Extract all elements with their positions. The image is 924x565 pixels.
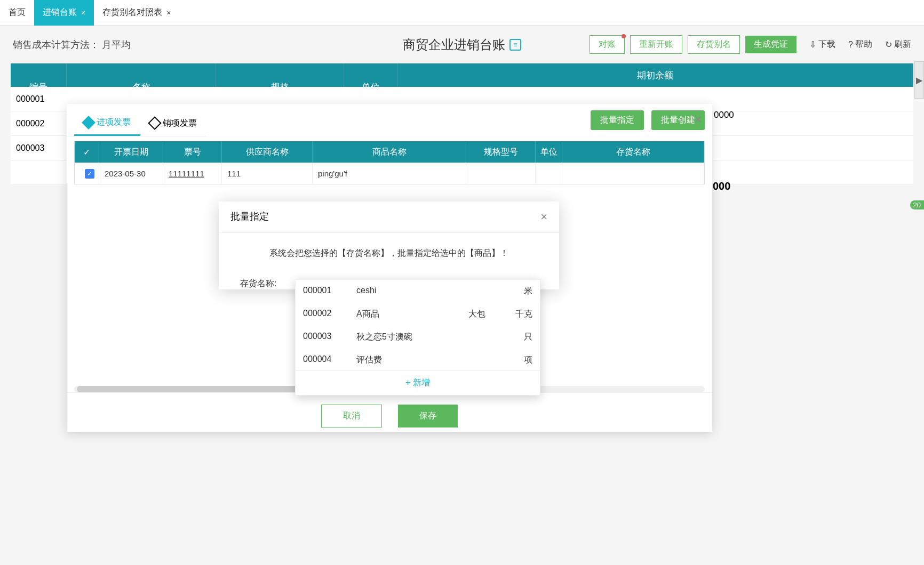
- count-badge: 20: [910, 200, 924, 209]
- reconcile-button[interactable]: 对账: [590, 35, 625, 54]
- dropdown-item[interactable]: 000004 评估费 项: [296, 349, 540, 370]
- tab-home[interactable]: 首页: [0, 0, 34, 26]
- batch-assign-button[interactable]: 批量指定: [591, 110, 644, 130]
- batch-assign-modal: 批量指定 × 系统会把您选择的【存货名称】，批量指定给选中的【商品】！ 存货名称…: [219, 201, 559, 289]
- document-icon[interactable]: ≡: [509, 39, 521, 51]
- tab-alias[interactable]: 存货别名对照表 ×: [94, 0, 179, 26]
- th-date: 开票日期: [99, 141, 163, 163]
- download-link[interactable]: ⇩下载: [809, 39, 835, 50]
- dropdown-add-new[interactable]: + 新增: [296, 370, 540, 395]
- th-name: 名称: [67, 63, 216, 110]
- cell-inventory[interactable]: [562, 163, 704, 184]
- th-opening-balance: 期初余额: [397, 63, 913, 87]
- total-amount-value: 000: [713, 180, 730, 192]
- tab-alias-close-icon[interactable]: ×: [166, 9, 171, 17]
- cell-supplier: 111: [222, 163, 313, 184]
- modal-title: 批量指定: [230, 210, 269, 224]
- cell-date: 2023-05-30: [99, 163, 163, 184]
- th-spec: 规格型号: [466, 141, 536, 163]
- cell-unit: [536, 163, 562, 184]
- toolbar: 销售成本计算方法： 月平均 商贸企业进销台账 ≡ 对账 重新开账 存货别名 生成…: [0, 26, 924, 63]
- th-unit: 单位: [344, 63, 397, 110]
- th-supplier: 供应商名称: [222, 141, 313, 163]
- th-unit: 单位: [536, 141, 562, 163]
- ticket-link[interactable]: 11111111: [169, 169, 204, 178]
- row1-trailing-value: 0000: [714, 110, 734, 120]
- generate-voucher-button[interactable]: 生成凭证: [745, 36, 796, 53]
- save-button[interactable]: 保存: [398, 405, 458, 427]
- invoice-table: ✓ 开票日期 票号 供应商名称 商品名称 规格型号 单位 存货名称 ✓ 2023…: [74, 141, 705, 184]
- refresh-link[interactable]: ↻刷新: [885, 39, 911, 50]
- th-ticket: 票号: [163, 141, 222, 163]
- tab-alias-label: 存货别名对照表: [102, 7, 162, 18]
- reopen-button[interactable]: 重新开账: [630, 35, 682, 54]
- horizontal-scroll-handle[interactable]: ▶: [914, 61, 924, 99]
- help-icon: ?: [848, 40, 853, 50]
- page-title-text: 商贸企业进销台账: [403, 36, 505, 53]
- row-checkbox[interactable]: ✓: [85, 169, 94, 179]
- help-link[interactable]: ?帮助: [848, 39, 872, 50]
- tab-ledger-close-icon[interactable]: ×: [81, 9, 85, 17]
- th-spec: 规格: [216, 63, 344, 110]
- panel-close-icon[interactable]: ×: [694, 112, 702, 127]
- invoice-row[interactable]: ✓ 2023-05-30 11111111 111 ping'gu'f: [75, 163, 704, 184]
- dropdown-item[interactable]: 000001 ceshi 米: [296, 280, 540, 303]
- modal-close-icon[interactable]: ×: [540, 210, 547, 224]
- page-title: 商贸企业进销台账 ≡: [403, 36, 521, 53]
- top-tab-bar: 首页 进销台账 × 存货别名对照表 ×: [0, 0, 924, 26]
- inventory-dropdown: 000001 ceshi 米 000002 A商品 大包 千克 000003 秋…: [295, 279, 540, 396]
- dropdown-list[interactable]: 000001 ceshi 米 000002 A商品 大包 千克 000003 秋…: [296, 280, 540, 370]
- th-qty2: 数量: [784, 87, 913, 110]
- tab-ledger[interactable]: 进销台账 ×: [34, 0, 94, 26]
- cost-method-label: 销售成本计算方法： 月平均: [13, 38, 131, 51]
- dropdown-item[interactable]: 000002 A商品 大包 千克: [296, 303, 540, 326]
- cube-icon: [148, 116, 161, 130]
- inventory-alias-button[interactable]: 存货别名: [688, 35, 740, 54]
- tab-outgoing-invoice[interactable]: 销项发票: [140, 110, 206, 136]
- refresh-icon: ↻: [885, 39, 892, 50]
- cube-icon: [82, 116, 95, 129]
- download-icon: ⇩: [809, 39, 816, 50]
- tab-incoming-invoice[interactable]: 进项发票: [74, 110, 140, 136]
- dropdown-item[interactable]: 000003 秋之恋5寸澳碗 只: [296, 326, 540, 349]
- tab-ledger-label: 进销台账: [43, 7, 77, 18]
- th-product: 商品名称: [313, 141, 466, 163]
- modal-message: 系统会把您选择的【存货名称】，批量指定给选中的【商品】！: [240, 248, 538, 259]
- cancel-button[interactable]: 取消: [321, 405, 382, 427]
- th-inventory: 存货名称: [562, 141, 704, 163]
- cell-spec: [466, 163, 536, 184]
- cell-product: ping'gu'f: [313, 163, 466, 184]
- th-checkbox[interactable]: ✓: [75, 141, 99, 163]
